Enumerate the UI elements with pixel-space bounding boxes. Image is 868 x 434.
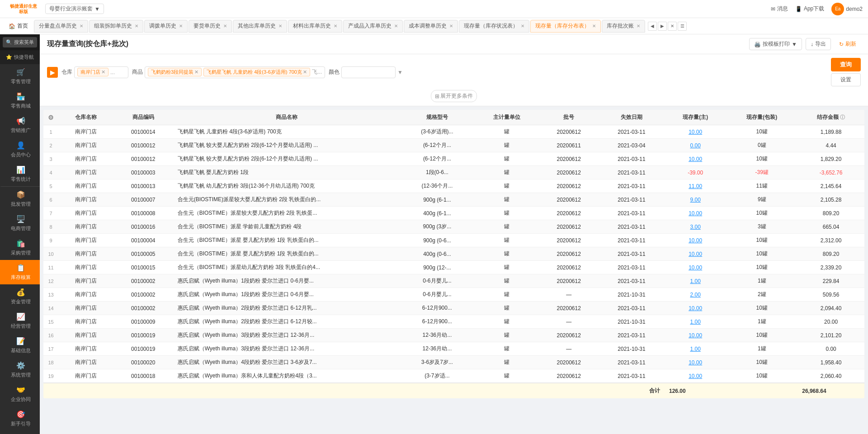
tab-material-out[interactable]: 材料出库单历史 ✕	[288, 20, 342, 33]
sidebar-item-ecommerce[interactable]: 🖥️ 电商管理	[0, 211, 40, 236]
tab-stock-dist[interactable]: 现存量（库存分布表） ✕	[530, 20, 601, 33]
setting-button[interactable]: 设置	[831, 73, 861, 86]
tab-prev-button[interactable]: ◀	[648, 22, 657, 31]
sidebar-item-system[interactable]: ⚙️ 系统管理	[0, 358, 40, 382]
qty-main-link[interactable]: 10.00	[689, 305, 702, 311]
tab-stock-status[interactable]: 现存量（库存状况表） ✕	[459, 20, 529, 33]
remove-warehouse-tag[interactable]: ✕	[101, 69, 105, 75]
footer-amount: 26,968.64	[797, 383, 864, 398]
remove-product-tag-2[interactable]: ✕	[303, 69, 307, 75]
row-num: 17	[43, 342, 58, 356]
qty-main-link[interactable]: 2.00	[690, 292, 700, 298]
close-icon[interactable]: ✕	[135, 24, 138, 28]
tab-requisition[interactable]: 要货单历史 ✕	[189, 20, 232, 33]
qty-main-link[interactable]: 10.00	[689, 251, 702, 257]
filter-expand-button[interactable]: ▶	[47, 67, 58, 78]
message-button[interactable]: ✉ 消息	[771, 5, 788, 13]
qty-main-link[interactable]: 10.00	[689, 129, 702, 135]
sidebar-item-wholesale[interactable]: 📦 批发管理	[0, 186, 40, 211]
qty-main-link[interactable]: 10.00	[689, 156, 702, 162]
tab-menu-button[interactable]: ☰	[678, 22, 687, 31]
close-icon[interactable]: ✕	[223, 24, 227, 28]
qty-main-link[interactable]: 1.00	[690, 319, 700, 325]
close-icon[interactable]: ✕	[179, 24, 183, 28]
warehouse-tags[interactable]: 南岸门店 ✕ ...	[74, 66, 128, 78]
qty-main-link[interactable]: 0.00	[690, 142, 700, 149]
qty-main-link[interactable]: 1.00	[690, 346, 700, 352]
close-icon[interactable]: ✕	[592, 24, 596, 28]
warehouse-tag[interactable]: 南岸门店 ✕	[77, 68, 108, 76]
close-icon[interactable]: ✕	[278, 24, 282, 28]
product-tags[interactable]: 飞鹤奶粉3段同提装 ✕ 飞鹤星飞帆 儿童奶粉 4段(3-6岁适用) 700克 ✕…	[145, 66, 325, 78]
sidebar-item-marketing[interactable]: 📢 营销推广	[0, 113, 40, 137]
row-spec: 400g (0-6...	[400, 247, 474, 261]
quick-nav-button[interactable]: ⭐ 快捷导航	[3, 52, 37, 62]
refresh-button[interactable]: ↻ 刷新	[835, 38, 861, 50]
tab-disassemble[interactable]: 组装拆卸单历史 ✕	[89, 20, 143, 33]
sidebar-item-retail-shop[interactable]: 🏪 零售商城	[0, 89, 40, 113]
close-icon[interactable]: ✕	[334, 24, 337, 28]
color-dropdown-icon[interactable]: ▼	[397, 69, 403, 75]
tab-product-in[interactable]: 产成品入库单历史 ✕	[343, 20, 403, 33]
sidebar-item-basic[interactable]: 📝 基础信息	[0, 333, 40, 358]
sidebar-item-appstore[interactable]: 🔲 应用中心	[0, 431, 40, 434]
sidebar-item-member[interactable]: 👤 会员中心	[0, 137, 40, 162]
close-icon[interactable]: ✕	[521, 24, 524, 28]
sidebar-item-inventory[interactable]: 📋 库存核算	[0, 260, 40, 284]
tab-stock-batch[interactable]: 库存批次账 ✕	[602, 20, 645, 33]
tab-next-button[interactable]: ▶	[658, 22, 667, 31]
qty-main-link[interactable]: 10.00	[689, 373, 702, 379]
tab-other-out[interactable]: 其他出库单历史 ✕	[233, 20, 287, 33]
search-button[interactable]: 🔍 搜索英单	[3, 37, 37, 47]
qty-main-link[interactable]: 11.00	[689, 183, 702, 189]
warehouse-more[interactable]: ...	[110, 69, 115, 75]
qty-main-link[interactable]: 3.00	[690, 224, 700, 230]
sidebar-item-finance[interactable]: 💰 资金管理	[0, 284, 40, 309]
tab-cost-adjust[interactable]: 成本调整单历史 ✕	[404, 20, 458, 33]
filter-row: ▶ 仓库 南岸门店 ✕ ... 商品 飞鹤奶粉3段	[47, 58, 861, 86]
user-area[interactable]: Ea demo2	[831, 3, 863, 15]
row-expire: 2021-03-11	[599, 261, 665, 274]
row-unit: 罐	[474, 152, 539, 166]
tab-pick[interactable]: 调拨单历史 ✕	[144, 20, 188, 33]
qty-main-link[interactable]: 10.00	[689, 264, 702, 271]
sidebar-quick-area: ⭐ 快捷导航	[0, 50, 40, 64]
close-icon[interactable]: ✕	[637, 24, 640, 28]
tab-close-button[interactable]: ✕	[668, 22, 677, 31]
template-print-button[interactable]: 🖨️ 按模板打印 ▼	[749, 38, 802, 50]
product-more[interactable]: 飞...	[312, 68, 322, 76]
tab-home[interactable]: 🏠 首页	[4, 20, 33, 33]
sidebar-item-guide[interactable]: 🎯 新手引导	[0, 406, 40, 431]
color-tags[interactable]	[341, 66, 396, 78]
close-icon[interactable]: ✕	[449, 24, 453, 28]
row-qty-pack: 1罐	[726, 342, 797, 356]
export-button[interactable]: ↓ 导出	[806, 38, 831, 50]
product-tag-1[interactable]: 飞鹤奶粉3段同提装 ✕	[148, 68, 202, 76]
remove-product-tag-1[interactable]: ✕	[194, 69, 198, 75]
qty-main-link[interactable]: 10.00	[689, 210, 702, 217]
th-amount: 结存金额 ⓘ	[797, 110, 864, 125]
product-tag-2[interactable]: 飞鹤星飞帆 儿童奶粉 4段(3-6岁适用) 700克 ✕	[203, 68, 310, 76]
row-name: 惠氏启赋（Wyeth illuma）2段奶粉 爱尔兰进口 6-12月乳...	[173, 302, 400, 315]
expand-more-button[interactable]: ⊞ 展开更多条件	[431, 90, 477, 102]
row-qty-main: 10.00	[665, 152, 726, 166]
qty-main-link[interactable]: 10.00	[689, 359, 702, 366]
close-icon[interactable]: ✕	[394, 24, 398, 28]
tab-nav-arrows: ◀ ▶ ✕ ☰	[648, 22, 687, 31]
tab-selector[interactable]: 母婴行业演示账套 ▼	[45, 4, 104, 14]
sidebar-item-management[interactable]: 📈 经营管理	[0, 309, 40, 333]
qty-main-link[interactable]: 10.00	[689, 332, 702, 339]
sidebar-item-retail[interactable]: 🛒 零售管理	[0, 64, 40, 89]
sidebar-item-purchase[interactable]: 🛍️ 采购管理	[0, 236, 40, 260]
query-button[interactable]: 查询	[831, 58, 861, 71]
tab-split-stock[interactable]: 分量盘点单历史 ✕	[34, 20, 88, 33]
close-icon[interactable]: ✕	[80, 24, 83, 28]
qty-main-link[interactable]: 1.00	[690, 278, 700, 284]
app-download-button[interactable]: 📱 App下载	[795, 5, 824, 13]
sidebar-item-enterprise[interactable]: 🤝 企业协同	[0, 382, 40, 406]
settings-icon[interactable]: ⚙	[48, 114, 54, 121]
qty-main-link[interactable]: 10.00	[689, 237, 702, 244]
sidebar-item-retail-stats[interactable]: 📊 零售统计	[0, 162, 40, 186]
qty-main-link[interactable]: 9.00	[690, 197, 700, 203]
row-code: 00100012	[113, 152, 173, 166]
